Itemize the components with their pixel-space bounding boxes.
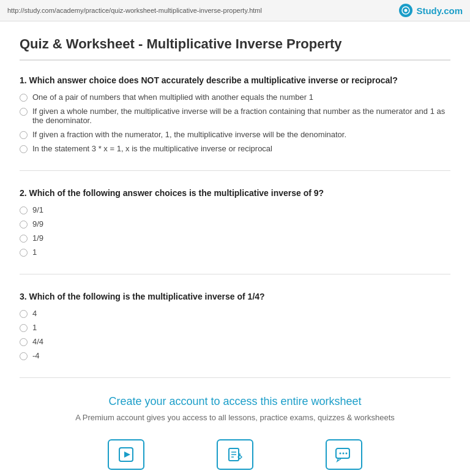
option-2-3[interactable]: 1/9	[20, 233, 450, 243]
questions-container: 1. Which answer choice does NOT accurate…	[20, 75, 450, 360]
option-label: 4	[32, 309, 37, 318]
question-1: 1. Which answer choice does NOT accurate…	[20, 75, 450, 153]
radio-button[interactable]	[20, 131, 28, 139]
url-bar: http://study.com/academy/practice/quiz-w…	[7, 7, 262, 14]
option-2-4[interactable]: 1	[20, 247, 450, 257]
question-1-text: 1. Which answer choice does NOT accurate…	[20, 75, 450, 85]
svg-point-1	[405, 9, 408, 12]
radio-button[interactable]	[20, 221, 28, 229]
question-3-text: 3. Which of the following is the multipl…	[20, 292, 450, 301]
radio-button[interactable]	[20, 310, 28, 318]
radio-button[interactable]	[20, 145, 28, 153]
top-bar: http://study.com/academy/practice/quiz-w…	[0, 0, 470, 21]
question-3-options: 414/4-4	[20, 309, 450, 360]
option-label: If given a fraction with the numerator, …	[32, 130, 346, 139]
option-label: -4	[32, 351, 40, 360]
feature-icon-play	[108, 439, 144, 470]
cta-section: Create your account to access this entir…	[20, 377, 450, 476]
option-label: 1	[32, 323, 37, 332]
main-content: Quiz & Worksheet - Multiplicative Invers…	[0, 21, 470, 476]
study-logo-icon	[399, 4, 412, 17]
option-2-1[interactable]: 9/1	[20, 205, 450, 214]
option-3-2[interactable]: 1	[20, 323, 450, 332]
logo-area: Study.com	[399, 4, 463, 17]
option-1-2[interactable]: If given a whole number, the multiplicat…	[20, 107, 450, 125]
option-1-1[interactable]: One of a pair of numbers that when multi…	[20, 93, 450, 102]
option-label: In the statement 3 * x = 1, x is the mul…	[32, 144, 272, 153]
page-title: Quiz & Worksheet - Multiplicative Invers…	[20, 36, 450, 61]
radio-button[interactable]	[20, 235, 28, 243]
feature-icon-chat	[326, 439, 362, 470]
option-2-2[interactable]: 9/9	[20, 219, 450, 229]
option-3-4[interactable]: -4	[20, 351, 450, 360]
option-label: One of a pair of numbers that when multi…	[32, 93, 313, 102]
feature-item-2: Quizzes, practice exams & worksheets	[195, 439, 275, 476]
features-row: Access to all video lessons Quizzes, pra…	[32, 439, 438, 476]
option-label: 9/9	[32, 219, 43, 229]
radio-button[interactable]	[20, 206, 28, 214]
svg-point-10	[340, 453, 341, 455]
cta-title[interactable]: Create your account to access this entir…	[32, 395, 438, 408]
feature-item-3: Access to experts for homework questions	[304, 439, 384, 476]
radio-button[interactable]	[20, 94, 28, 102]
radio-button[interactable]	[20, 338, 28, 346]
option-label: If given a whole number, the multiplicat…	[32, 107, 450, 125]
question-3: 3. Which of the following is the multipl…	[20, 292, 450, 360]
section-divider	[20, 274, 450, 274]
option-label: 1/9	[32, 233, 43, 243]
radio-button[interactable]	[20, 108, 28, 116]
svg-point-12	[346, 453, 348, 455]
radio-button[interactable]	[20, 249, 28, 257]
option-label: 9/1	[32, 205, 43, 214]
section-divider	[20, 170, 450, 171]
question-1-options: One of a pair of numbers that when multi…	[20, 93, 450, 153]
cta-subtitle: A Premium account gives you access to al…	[32, 413, 438, 422]
feature-icon-quiz	[217, 439, 253, 470]
option-label: 1	[32, 247, 37, 257]
question-2: 2. Which of the following answer choices…	[20, 188, 450, 257]
radio-button[interactable]	[20, 352, 28, 360]
option-3-1[interactable]: 4	[20, 309, 450, 318]
svg-marker-3	[124, 451, 130, 458]
radio-button[interactable]	[20, 324, 28, 332]
svg-point-11	[343, 453, 345, 455]
logo-text: Study.com	[416, 6, 463, 16]
feature-item-1: Access to all video lessons	[86, 439, 166, 476]
option-label: 4/4	[32, 337, 43, 346]
option-1-4[interactable]: In the statement 3 * x = 1, x is the mul…	[20, 144, 450, 153]
option-1-3[interactable]: If given a fraction with the numerator, …	[20, 130, 450, 139]
question-2-text: 2. Which of the following answer choices…	[20, 188, 450, 198]
question-2-options: 9/19/91/91	[20, 205, 450, 257]
option-3-3[interactable]: 4/4	[20, 337, 450, 346]
